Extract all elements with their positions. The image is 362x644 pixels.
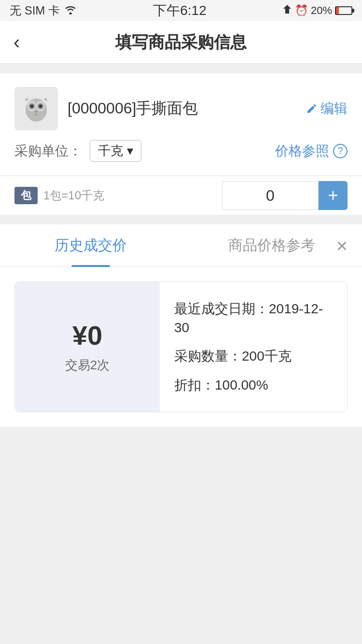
price-detail-date: 最近成交日期：2019-12-30 xyxy=(174,299,333,337)
unit-box-icon: 包 xyxy=(14,187,38,204)
tab-close-button[interactable]: × xyxy=(336,235,348,256)
help-icon: ? xyxy=(333,144,348,158)
svg-point-0 xyxy=(70,13,72,15)
quantity-input-group: + xyxy=(222,181,348,210)
unit-section: 采购单位： 千克 ▾ xyxy=(14,140,141,162)
tabs-bar: 历史成交价 商品价格参考 × xyxy=(0,224,362,267)
detail-qty-label: 采购数量： xyxy=(174,349,242,364)
unit-box-label: 包 xyxy=(21,188,31,203)
svg-point-7 xyxy=(39,105,42,108)
svg-point-1 xyxy=(26,98,47,122)
detail-qty-value: 200千克 xyxy=(242,349,292,364)
price-ref-button[interactable]: 价格参照 ? xyxy=(275,142,348,160)
price-amount: ¥0 xyxy=(72,320,102,351)
status-right: ⏰ 20% xyxy=(282,4,352,17)
product-bottom: 采购单位： 千克 ▾ 价格参照 ? xyxy=(14,140,348,162)
price-transactions: 交易2次 xyxy=(65,357,110,374)
unit-conversion: 1包=10千克 xyxy=(43,188,104,203)
edit-label: 编辑 xyxy=(320,99,348,118)
price-card: ¥0 交易2次 最近成交日期：2019-12-30 采购数量：200千克 折扣：… xyxy=(14,281,348,412)
nav-bar: ‹ 填写商品采购信息 xyxy=(0,21,362,64)
main-content: [0000006]手撕面包 编辑 采购单位： 千克 ▾ 价格参照 ? xyxy=(0,73,362,644)
currency-symbol: ¥ xyxy=(72,320,87,350)
product-image xyxy=(14,87,58,130)
product-top: [0000006]手撕面包 编辑 xyxy=(14,87,348,130)
price-section: ¥0 交易2次 最近成交日期：2019-12-30 采购数量：200千克 折扣：… xyxy=(0,267,362,427)
price-ref-label: 价格参照 xyxy=(275,142,329,160)
tab2-label: 商品价格参考 xyxy=(228,236,315,255)
price-right-panel: 最近成交日期：2019-12-30 采购数量：200千克 折扣：100.00% xyxy=(160,282,347,412)
quantity-row: 包 1包=10千克 + xyxy=(0,176,362,215)
page-title: 填写商品采购信息 xyxy=(115,31,247,54)
price-detail-discount: 折扣：100.00% xyxy=(174,376,333,394)
battery-percent: 20% xyxy=(311,4,332,17)
unit-dropdown[interactable]: 千克 ▾ xyxy=(90,140,141,162)
carrier-text: 无 SIM 卡 xyxy=(10,3,60,18)
price-value: 0 xyxy=(87,320,102,350)
edit-button[interactable]: 编辑 xyxy=(306,99,348,118)
quantity-plus-button[interactable]: + xyxy=(319,181,348,210)
tab-product-price-ref[interactable]: 商品价格参考 xyxy=(181,224,362,267)
location-icon xyxy=(282,4,292,17)
back-button[interactable]: ‹ xyxy=(14,31,20,53)
wifi-icon xyxy=(64,4,77,17)
unit-value: 千克 xyxy=(98,142,123,159)
status-left: 无 SIM 卡 xyxy=(10,3,77,18)
status-bar: 无 SIM 卡 下午6:12 ⏰ 20% xyxy=(0,0,362,21)
dropdown-arrow-icon: ▾ xyxy=(127,143,133,158)
quantity-input[interactable] xyxy=(222,181,319,210)
product-name: [0000006]手撕面包 xyxy=(68,98,198,119)
tab-underline xyxy=(71,265,110,267)
detail-discount-label: 折扣： xyxy=(174,378,215,392)
battery-icon xyxy=(335,6,352,15)
detail-date-label: 最近成交日期： xyxy=(174,301,269,316)
tab-history-price[interactable]: 历史成交价 xyxy=(0,224,181,267)
price-left-panel: ¥0 交易2次 xyxy=(15,282,160,412)
tab1-label: 历史成交价 xyxy=(55,236,127,255)
detail-discount-value: 100.00% xyxy=(215,378,268,392)
alarm-icon: ⏰ xyxy=(295,4,308,17)
status-time: 下午6:12 xyxy=(153,1,207,20)
svg-point-6 xyxy=(30,105,33,108)
product-card: [0000006]手撕面包 编辑 采购单位： 千克 ▾ 价格参照 ? xyxy=(0,73,362,175)
quantity-unit: 包 1包=10千克 xyxy=(14,187,104,204)
price-detail-quantity: 采购数量：200千克 xyxy=(174,347,333,365)
product-left: [0000006]手撕面包 xyxy=(14,87,198,130)
unit-label: 采购单位： xyxy=(14,142,82,160)
